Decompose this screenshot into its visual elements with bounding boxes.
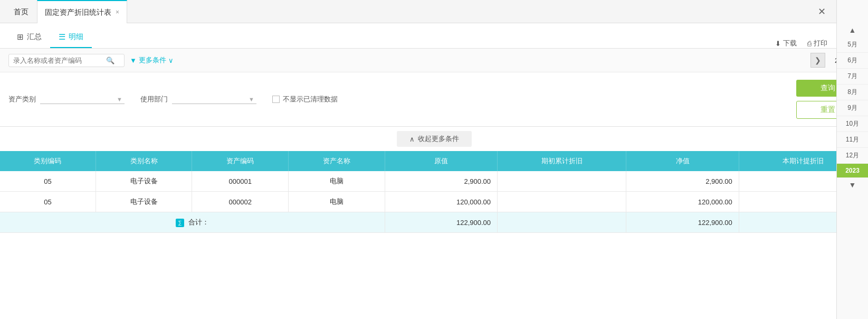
th-category-name: 类别名称 [96, 151, 192, 171]
summary-net-value: 122,900.00 [626, 212, 739, 233]
right-panel: ▲ 5月 6月 7月 8月 9月 10月 11月 12月 2023 ▼ [836, 0, 868, 319]
chevron-up-icon: ∧ [409, 135, 415, 143]
table-row: 05 电子设备 000001 电脑 2,900.00 2,900.00 [0, 171, 868, 192]
cell-original-value: 2,900.00 [385, 171, 498, 192]
cell-category-name: 电子设备 [96, 171, 192, 192]
chevron-down-icon: ∨ [168, 57, 174, 64]
download-icon: ⬇ [775, 40, 781, 48]
department-label: 使用部门 [140, 95, 168, 104]
filter-bar: 🔍 ▼ 更多条件 ∨ ❯ 2023.01 [0, 49, 868, 72]
asset-category-filter: 资产类别 ▼ [8, 95, 125, 104]
asset-category-label: 资产类别 [8, 95, 36, 104]
search-input[interactable] [13, 57, 103, 64]
tab-summary[interactable]: ⊞ 汇总 [8, 27, 50, 48]
th-asset-name: 资产名称 [288, 151, 385, 171]
data-table: 类别编码 类别名称 资产编码 资产名称 原值 期初累计折旧 净值 本期计提折旧 … [0, 151, 868, 233]
advanced-filter: 资产类别 ▼ 使用部门 ▼ 不显示已清理数据 查询 重置 [0, 72, 868, 127]
collapse-label: 收起更多条件 [418, 134, 459, 144]
collapse-row: ∧ 收起更多条件 [0, 127, 868, 151]
month-11[interactable]: 11月 [837, 132, 868, 148]
search-input-wrap[interactable]: 🔍 [8, 54, 125, 67]
download-label: 下载 [783, 39, 797, 48]
tab-summary-label: 汇总 [27, 32, 42, 42]
department-select[interactable]: ▼ [172, 95, 256, 104]
tab-detail[interactable]: ☰ 明细 [50, 27, 92, 48]
cell-category-name: 电子设备 [96, 192, 192, 212]
cell-category-code: 05 [0, 192, 96, 212]
summary-row: ∑ 合计： 122,900.00 122,900.00 [0, 212, 868, 233]
filter-row: 资产类别 ▼ 使用部门 ▼ 不显示已清理数据 查询 重置 [8, 80, 860, 119]
asset-category-select[interactable]: ▼ [40, 95, 125, 104]
department-arrow: ▼ [249, 96, 254, 102]
sub-tabs-bar: ⊞ 汇总 ☰ 明细 ⬇ 下载 ⎙ 打印 ↺ 刷新 [0, 23, 868, 49]
cell-accumulated-depreciation [498, 171, 626, 192]
filter-icon: ▼ [130, 57, 137, 64]
more-conditions-button[interactable]: ▼ 更多条件 ∨ [130, 55, 174, 65]
search-icon[interactable]: 🔍 [106, 57, 115, 64]
nav-right-arrow[interactable]: ❯ [810, 53, 825, 68]
cell-asset-code: 000002 [192, 192, 289, 212]
top-bar: 首页 固定资产折旧统计表 × ✕ [0, 0, 868, 23]
active-tab[interactable]: 固定资产折旧统计表 × [37, 0, 127, 23]
cell-category-code: 05 [0, 171, 96, 192]
cell-original-value: 120,000.00 [385, 192, 498, 212]
summary-original-value: 122,900.00 [385, 212, 498, 233]
print-icon: ⎙ [807, 40, 812, 48]
home-tab[interactable]: 首页 [5, 0, 37, 23]
table-wrap: 类别编码 类别名称 资产编码 资产名称 原值 期初累计折旧 净值 本期计提折旧 … [0, 151, 868, 319]
nav-up-button[interactable]: ▲ [837, 23, 868, 37]
month-9[interactable]: 9月 [837, 100, 868, 116]
th-category-code: 类别编码 [0, 151, 96, 171]
main-content: ⊞ 汇总 ☰ 明细 ⬇ 下载 ⎙ 打印 ↺ 刷新 🔍 [0, 23, 868, 319]
cell-net-value: 120,000.00 [626, 192, 739, 212]
month-5[interactable]: 5月 [837, 37, 868, 53]
summary-label-cell: ∑ 合计： [0, 212, 385, 233]
more-conditions-label: 更多条件 [139, 55, 166, 65]
download-button[interactable]: ⬇ 下载 [775, 39, 797, 48]
month-8[interactable]: 8月 [837, 85, 868, 100]
month-6[interactable]: 6月 [837, 53, 868, 69]
summary-icon: ⊞ [17, 32, 24, 42]
department-filter: 使用部门 ▼ [140, 95, 256, 104]
year-label[interactable]: 2023 [837, 164, 868, 178]
tab-detail-label: 明细 [69, 32, 83, 42]
asset-category-arrow: ▼ [117, 96, 122, 102]
hide-cleared-label: 不显示已清理数据 [283, 95, 338, 104]
active-tab-label: 固定资产折旧统计表 [45, 1, 111, 24]
month-7[interactable]: 7月 [837, 69, 868, 85]
tab-close-icon[interactable]: × [116, 1, 119, 24]
th-net-value: 净值 [626, 151, 739, 171]
table-row: 05 电子设备 000002 电脑 120,000.00 120,000.00 [0, 192, 868, 212]
summary-accumulated [498, 212, 626, 233]
cell-asset-code: 000001 [192, 171, 289, 192]
cell-asset-name: 电脑 [288, 171, 385, 192]
detail-icon: ☰ [59, 32, 65, 42]
table-header-row: 类别编码 类别名称 资产编码 资产名称 原值 期初累计折旧 净值 本期计提折旧 [0, 151, 868, 171]
cell-accumulated-depreciation [498, 192, 626, 212]
hide-cleared-checkbox[interactable]: 不显示已清理数据 [272, 95, 338, 104]
print-button[interactable]: ⎙ 打印 [807, 39, 827, 48]
nav-down-button[interactable]: ▼ [837, 178, 868, 192]
print-label: 打印 [814, 39, 827, 48]
th-accumulated-depreciation: 期初累计折旧 [498, 151, 626, 171]
checkbox-box [272, 96, 280, 103]
window-close-button[interactable]: ✕ [818, 6, 826, 17]
th-asset-code: 资产编码 [192, 151, 289, 171]
collapse-button[interactable]: ∧ 收起更多条件 [397, 131, 472, 147]
summary-icon: ∑ [176, 219, 184, 227]
th-original-value: 原值 [385, 151, 498, 171]
month-10[interactable]: 10月 [837, 116, 868, 132]
month-12[interactable]: 12月 [837, 148, 868, 164]
cell-asset-name: 电脑 [288, 192, 385, 212]
cell-net-value: 2,900.00 [626, 171, 739, 192]
